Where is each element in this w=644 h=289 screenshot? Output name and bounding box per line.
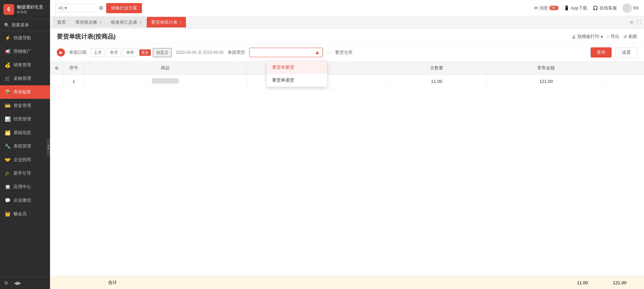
tabs-bar: 首页 库存批次账 × 收发存汇总表 × 要货单统计表 × ✕ ⛶ bbox=[50, 16, 644, 28]
sidebar-item-system[interactable]: 🔧 系统管理 bbox=[0, 139, 50, 153]
date-custom-btn[interactable]: 自定义 bbox=[153, 48, 172, 57]
sidebar-item-collab[interactable]: 🤝 企业协同 bbox=[0, 153, 50, 166]
sidebar-item-label: 销售管理 bbox=[14, 62, 31, 68]
sidebar-item-finance[interactable]: 💳 资金管理 bbox=[0, 99, 50, 112]
member-icon: 👑 bbox=[4, 210, 11, 217]
date-this-month-btn[interactable]: 本月 bbox=[107, 48, 121, 57]
data-table: ⚙ 序号 商品 主计量单位 主数量 零售金额 1 bbox=[50, 62, 644, 88]
nav-menu: ⚡ 快捷导航 📢 营销推广 💰 销售管理 🛒 采购管理 📦 库存核算 💳 资金管… bbox=[0, 31, 50, 276]
tab-close-icon[interactable]: × bbox=[180, 20, 182, 24]
sidebar-item-label: 快捷导航 bbox=[14, 35, 31, 41]
row-product-cell bbox=[84, 75, 247, 88]
print-button[interactable]: 🖨 按模板打印 ▾ bbox=[572, 34, 603, 40]
tab-label: 首页 bbox=[57, 19, 66, 25]
export-label: 导出 bbox=[611, 34, 619, 40]
sidebar-item-label: 新手引导 bbox=[14, 170, 31, 176]
row-quantity-cell: 11.00 bbox=[387, 75, 486, 88]
settings-icon[interactable]: ⚙ bbox=[99, 5, 103, 11]
warehouse-filter-label: 要货仓库 bbox=[335, 49, 353, 55]
dropdown-item-purchase[interactable]: 要货单要货 bbox=[267, 61, 327, 74]
date-last-month-btn[interactable]: 上月 bbox=[91, 48, 105, 57]
logo-sub: 标准版 bbox=[17, 10, 43, 15]
search-menu[interactable]: 🔍 搜索菜单 bbox=[0, 19, 50, 31]
type-filter-input[interactable] bbox=[252, 50, 313, 55]
sidebar-item-business[interactable]: 📊 经营管理 bbox=[0, 112, 50, 126]
settings-icon[interactable]: ⚙ bbox=[55, 66, 59, 71]
tab-expand-icon[interactable]: ⛶ bbox=[637, 20, 641, 25]
tab-close-all-icon[interactable]: ✕ bbox=[630, 20, 634, 25]
basic-icon: 🗂️ bbox=[4, 129, 11, 136]
headset-icon: 🎧 bbox=[593, 5, 598, 10]
tab-home[interactable]: 首页 bbox=[53, 17, 70, 27]
business-icon: 📊 bbox=[4, 116, 11, 123]
guide-icon: 🎓 bbox=[4, 170, 11, 177]
wechat-icon: 💬 bbox=[4, 197, 11, 204]
tabs-controls: ✕ ⛶ bbox=[630, 20, 641, 25]
col-settings[interactable]: ⚙ bbox=[50, 62, 64, 75]
sidebar-item-inventory[interactable]: 📦 库存核算 bbox=[0, 85, 50, 99]
refresh-button[interactable]: ↺ 刷新 bbox=[623, 34, 637, 40]
messages-action[interactable]: ✉ 消息 99+ bbox=[534, 5, 558, 11]
tab-close-icon[interactable]: × bbox=[99, 20, 101, 24]
logo-title: 畅捷通好生意 bbox=[17, 4, 43, 10]
page-content: 要货单统计表(按商品) 🖨 按模板打印 ▾ ↑ 导出 ↺ 刷新 ▶ bbox=[50, 28, 644, 289]
system-icon: 🔧 bbox=[4, 143, 11, 150]
app-download-action[interactable]: 📱 App下载 bbox=[564, 5, 587, 11]
tab-close-icon[interactable]: × bbox=[139, 20, 141, 24]
online-service-label: 在线客服 bbox=[599, 5, 617, 11]
footer-quantity: 11.00 bbox=[566, 280, 599, 285]
user-name: Rit bbox=[633, 5, 639, 10]
online-service-action[interactable]: 🎧 在线客服 bbox=[593, 5, 617, 11]
app-download-label: App下载 bbox=[571, 5, 587, 11]
messages-badge: 99+ bbox=[549, 6, 558, 10]
sales-icon: 💰 bbox=[4, 62, 11, 68]
sidebar-item-label: 畅会员 bbox=[14, 211, 27, 217]
collapse-icon[interactable]: ◀▶ bbox=[14, 280, 21, 286]
collab-icon: 🤝 bbox=[4, 156, 11, 163]
sidebar-item-label: 采购管理 bbox=[14, 75, 31, 82]
store-selector[interactable]: 41 ▾ bbox=[55, 4, 96, 12]
user-profile[interactable]: Rit bbox=[622, 3, 639, 13]
filter-settings-button[interactable]: 设置 bbox=[616, 47, 637, 58]
date-filter-label: 单据日期 bbox=[69, 49, 87, 55]
sidebar-item-guide[interactable]: 🎓 新手引导 bbox=[0, 166, 50, 180]
topbar-left: 41 ▾ ⚙ 体验行业方案 bbox=[55, 3, 530, 13]
logo-icon: 6 bbox=[3, 4, 14, 15]
sidebar-item-label: 基础信息 bbox=[14, 130, 31, 136]
footer-total-label: 合计 bbox=[108, 280, 518, 286]
tab-order-stats[interactable]: 要货单统计表 × bbox=[147, 17, 186, 27]
export-button[interactable]: ↑ 导出 bbox=[607, 34, 620, 40]
sidebar-item-wechat[interactable]: 💬 企业微信 bbox=[0, 194, 50, 207]
sidebar: 6 畅捷通好生意 标准版 🔍 搜索菜单 ⚡ 快捷导航 📢 营销推广 💰 销售管理… bbox=[0, 0, 50, 289]
filter-more-button[interactable]: ··· bbox=[327, 50, 331, 55]
type-filter-label: 单据类型 bbox=[228, 49, 245, 55]
sidebar-item-marketing[interactable]: 📢 营销推广 bbox=[0, 45, 50, 58]
tab-label: 库存批次账 bbox=[75, 19, 97, 25]
sidebar-item-member[interactable]: 👑 畅会员 bbox=[0, 207, 50, 221]
row-extra-cell bbox=[606, 75, 644, 88]
sidebar-item-quick-nav[interactable]: ⚡ 快捷导航 bbox=[0, 31, 50, 45]
sidebar-item-label: 企业微信 bbox=[14, 197, 31, 203]
sidebar-item-label: 经营管理 bbox=[14, 116, 31, 122]
search-label: 搜索菜单 bbox=[11, 22, 29, 28]
filter-expand-button[interactable]: ▶ bbox=[57, 48, 65, 57]
date-this-year-btn[interactable]: 本年 bbox=[123, 48, 137, 57]
sidebar-item-label: 系统管理 bbox=[14, 143, 31, 149]
sidebar-item-sales[interactable]: 💰 销售管理 bbox=[0, 58, 50, 72]
date-more-badge[interactable]: 更多 bbox=[139, 49, 151, 56]
settings-footer-icon[interactable]: ⚙ bbox=[4, 280, 8, 286]
purchase-icon: 🛒 bbox=[4, 75, 11, 82]
type-filter-select[interactable]: ▲ bbox=[249, 48, 323, 57]
tab-receive-summary[interactable]: 收发存汇总表 × bbox=[106, 17, 146, 27]
sidebar-footer: ⚙ ◀▶ bbox=[0, 276, 50, 289]
sidebar-item-purchase[interactable]: 🛒 采购管理 bbox=[0, 72, 50, 85]
sidebar-item-basic[interactable]: 🗂️ 基础信息 bbox=[0, 126, 50, 139]
sidebar-item-label: 应用中心 bbox=[14, 184, 31, 190]
tab-inventory-batch[interactable]: 库存批次账 × bbox=[71, 17, 106, 27]
type-dropdown-menu: 要货单要货 要货单退货 bbox=[266, 61, 327, 87]
dropdown-item-return[interactable]: 要货单退货 bbox=[267, 74, 327, 87]
query-button[interactable]: 查询 bbox=[591, 47, 612, 58]
sidebar-item-apps[interactable]: 🔲 应用中心 bbox=[0, 180, 50, 194]
col-index: 序号 bbox=[64, 62, 84, 75]
trial-button[interactable]: 体验行业方案 bbox=[106, 3, 142, 13]
